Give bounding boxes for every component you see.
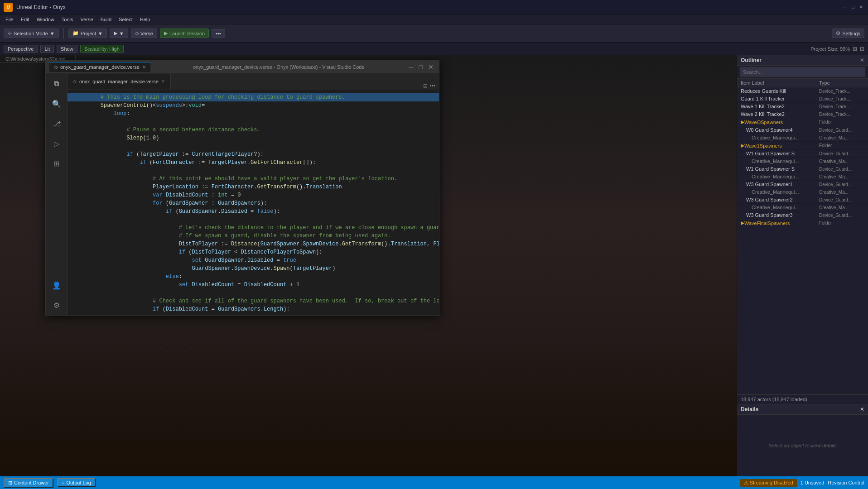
viewport-bar: Perspective Lit Show Scalability: High P…: [0, 43, 868, 55]
launch-label: Launch Session: [169, 31, 205, 36]
output-log-label: Output Log: [66, 480, 91, 485]
launch-icon: ▶: [164, 30, 168, 36]
outliner-item-10[interactable]: W3 Guard Spawner1 Device_Guard...: [737, 181, 868, 188]
show-button[interactable]: Show: [57, 45, 77, 53]
source-control-icon[interactable]: ⎇: [50, 117, 63, 130]
folder-icon-3: ▶: [741, 220, 744, 226]
menu-tools[interactable]: Tools: [58, 16, 77, 23]
outliner-search-input[interactable]: [740, 67, 865, 77]
outliner-item-1[interactable]: Guard 1 Kill Tracker Device_Track...: [737, 95, 868, 103]
selection-mode-button[interactable]: ⊹ Selection Mode ▼: [4, 29, 59, 38]
layout-icon[interactable]: ⊟: [860, 46, 864, 52]
code-line-23: else:: [68, 273, 439, 281]
vscode-maximize-icon[interactable]: □: [417, 63, 424, 71]
output-log-button[interactable]: ≡ Output Log: [57, 478, 96, 487]
app-icon: U: [4, 3, 13, 12]
details-panel: Details ✕ Select an object to view detai…: [737, 404, 868, 476]
outliner-close-icon[interactable]: ✕: [860, 57, 864, 63]
outliner-item-4[interactable]: W0 Guard Spawner4 Device_Guard...: [737, 126, 868, 134]
lit-button[interactable]: Lit: [40, 45, 54, 53]
outliner-item-8[interactable]: W1 Guard Spawner S Device_Guard...: [737, 165, 868, 173]
details-header: Details ✕: [737, 404, 868, 415]
content-drawer-button[interactable]: ⊞ Content Drawer: [4, 478, 53, 488]
outliner-folder-0[interactable]: ▶ WaveOSpawners Folder: [737, 118, 868, 126]
menu-select[interactable]: Select: [115, 16, 136, 23]
code-line-20: if (DistToPlayer < DistanceToPlayerToSpa…: [68, 248, 439, 256]
outliner-folder-1[interactable]: ▶ Wave1Spawners Folder: [737, 142, 868, 150]
active-editor-tab[interactable]: ◇ onyx_guard_manager_device.verse ✕: [68, 74, 171, 89]
scalability-badge[interactable]: Scalability: High: [80, 45, 124, 53]
code-line-3: loop:: [68, 110, 439, 118]
outliner-item-12[interactable]: W3 Guard Spawner2 Device_Guard...: [737, 196, 868, 204]
verse-file-icon: ◇: [54, 64, 58, 70]
content-drawer-label: Content Drawer: [14, 480, 49, 485]
extensions-icon[interactable]: ⊞: [50, 157, 63, 170]
code-line-highlighted: # This is the main processing loop for c…: [68, 93, 439, 101]
outliner-item-7[interactable]: Creative_Mannequi... Creative_Ma...: [737, 158, 868, 165]
vscode-close-icon[interactable]: ✕: [426, 63, 435, 71]
project-icon: 📁: [72, 30, 79, 36]
outliner-columns: Item Label Type: [737, 79, 868, 87]
gear-icon[interactable]: ⚙: [50, 299, 63, 312]
code-line-18: # If we spawn a guard, disable the spawn…: [68, 232, 439, 240]
code-line-8: if (TargetPlayer := CurrentTargetPlayer?…: [68, 150, 439, 158]
verse-tab-icon: ◇: [73, 79, 77, 84]
outliner-item-0[interactable]: Reduces Guards Kill Device_Track...: [737, 87, 868, 95]
explorer-icon[interactable]: ⧉: [50, 77, 63, 90]
accounts-icon[interactable]: 👤: [50, 279, 63, 292]
minimize-button[interactable]: ─: [842, 4, 848, 10]
play-icon: ▶: [114, 30, 117, 36]
launch-session-button[interactable]: ▶ Launch Session: [160, 29, 209, 38]
menu-verse[interactable]: Verse: [77, 16, 97, 23]
menu-help[interactable]: Help: [136, 16, 154, 23]
play-button[interactable]: ▶ ▼: [110, 29, 128, 38]
project-button[interactable]: 📁 Project ▼: [68, 29, 107, 38]
window-controls[interactable]: ─ □ ✕: [842, 4, 864, 10]
code-line-19: DistToPlayer := Distance(GuardSpawner.Sp…: [68, 240, 439, 248]
verse-button[interactable]: ◇ Verse: [131, 29, 157, 38]
details-close-icon[interactable]: ✕: [860, 406, 864, 412]
outliner-controls: ✕: [860, 57, 864, 63]
outliner-item-13[interactable]: Creative_Mannequi... Creative_Ma...: [737, 204, 868, 211]
column-label: Item Label: [741, 80, 819, 86]
perspective-button[interactable]: Perspective: [4, 45, 38, 53]
close-button[interactable]: ✕: [858, 4, 864, 10]
editor-tab-close[interactable]: ✕: [161, 79, 165, 84]
menu-edit[interactable]: Edit: [17, 16, 33, 23]
code-editor[interactable]: # This is the main processing loop for c…: [68, 90, 439, 315]
outliner-folder-2[interactable]: ▶ WaveFinalSpawners Folder: [737, 219, 868, 227]
code-line-22: GuardSpawner.SpawnDevice.Spawn(TargetPla…: [68, 264, 439, 273]
code-line-10: [68, 167, 439, 175]
code-line-15: if (GuardSpawner.Disabled = false):: [68, 207, 439, 216]
code-line-2: SpawnerControl()<suspends>:void=: [68, 101, 439, 110]
outliner-item-14[interactable]: W3 Guard Spawner3 Device_Guard...: [737, 211, 868, 219]
search-icon[interactable]: 🔍: [50, 97, 63, 110]
outliner-item-3[interactable]: Wave 2 Kill Tracke2 Device_Track...: [737, 110, 868, 118]
outliner-item-11[interactable]: Creative_Mannequi... Creative_Ma...: [737, 188, 868, 196]
maximize-viewport-icon[interactable]: ⊞: [853, 46, 857, 52]
content-drawer-icon: ⊞: [8, 480, 12, 486]
maximize-button[interactable]: □: [850, 4, 856, 10]
outliner-item-2[interactable]: Wave 1 Kill Tracke2 Device_Track...: [737, 103, 868, 110]
vscode-file-tab[interactable]: ◇ onyx_guard_manager_device.verse ✕: [49, 62, 150, 72]
run-debug-icon[interactable]: ▷: [50, 137, 63, 150]
outliner-title: Outliner: [741, 57, 860, 63]
title-bar: U Unreal Editor - Onyx ─ □ ✕: [0, 0, 868, 14]
tab-actions: ⊟ •••: [420, 83, 439, 89]
tab-close-icon[interactable]: ✕: [142, 65, 146, 70]
more-options-button[interactable]: •••: [212, 29, 225, 38]
dropdown-icon-3: ▼: [119, 31, 124, 36]
settings-button[interactable]: ⚙ Settings: [832, 29, 864, 38]
code-line-21: set GuardSpawner.Disabled = true: [68, 256, 439, 264]
more-tab-actions-icon[interactable]: •••: [429, 83, 435, 89]
menu-build[interactable]: Build: [97, 16, 115, 23]
outliner-item-9[interactable]: Creative_Mannequi... Creative_Ma...: [737, 173, 868, 181]
outliner-item-5[interactable]: Creative_Mannequi... Creative_Ma...: [737, 134, 868, 142]
revision-control-button[interactable]: Revision Control: [828, 480, 864, 485]
outliner-item-6[interactable]: W1 Guard Spawner S Device_Guard...: [737, 150, 868, 158]
split-editor-icon[interactable]: ⊟: [423, 83, 428, 89]
menu-window[interactable]: Window: [33, 16, 58, 23]
menu-file[interactable]: File: [2, 16, 17, 23]
settings-icon: ⚙: [836, 30, 840, 36]
vscode-minimize-icon[interactable]: ─: [407, 63, 415, 71]
